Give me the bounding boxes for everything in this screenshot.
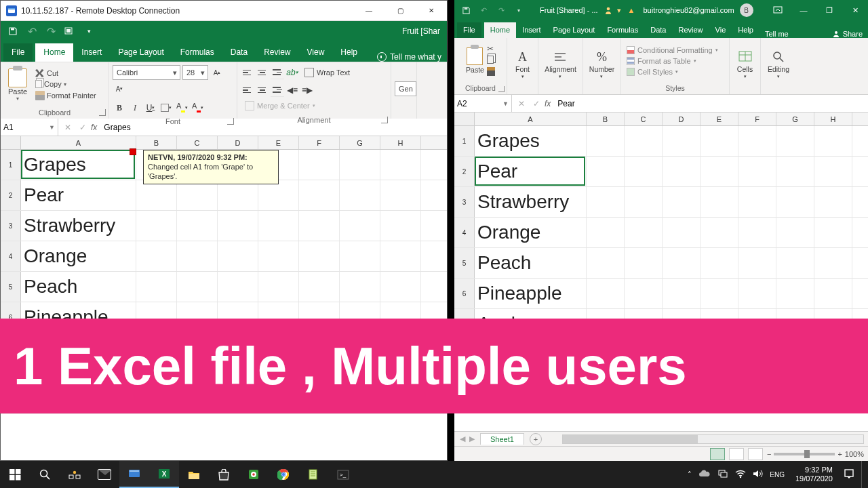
editing-button[interactable]: Editing▾: [768, 49, 789, 79]
cell[interactable]: [814, 218, 852, 247]
cell[interactable]: [663, 248, 701, 278]
cell[interactable]: [701, 218, 738, 247]
cell[interactable]: [299, 150, 340, 180]
cell[interactable]: [258, 241, 299, 271]
table-row[interactable]: 2Pear: [454, 157, 868, 187]
show-desktop[interactable]: [861, 461, 865, 488]
paste-button[interactable]: Paste: [466, 47, 484, 74]
tab-formulas[interactable]: Formulas: [172, 43, 222, 62]
undo-icon[interactable]: ↶: [475, 2, 492, 18]
paste-button[interactable]: Paste ▾: [4, 68, 31, 102]
cells-button[interactable]: Cells▾: [737, 49, 753, 79]
page-break-view-button[interactable]: [748, 448, 763, 460]
cell[interactable]: [177, 272, 218, 302]
cell[interactable]: [625, 279, 663, 308]
row-header[interactable]: 1: [1, 150, 21, 180]
cell[interactable]: [587, 126, 625, 156]
cell[interactable]: [218, 211, 258, 241]
cell[interactable]: [299, 211, 340, 241]
tell-me[interactable]: Tell me: [762, 30, 789, 38]
cell[interactable]: Strawberry: [21, 211, 136, 241]
cell[interactable]: [776, 218, 814, 247]
alignment-button[interactable]: Alignment▾: [545, 49, 576, 79]
name-box[interactable]: ▼: [1, 119, 58, 136]
indent-decrease-button[interactable]: ◀≡: [285, 83, 299, 97]
col-header-H[interactable]: H: [814, 113, 852, 125]
tab-view[interactable]: View: [299, 43, 333, 62]
taskbar-app-notepadpp[interactable]: [298, 461, 328, 488]
new-sheet-button[interactable]: +: [530, 433, 542, 445]
cell[interactable]: [776, 157, 814, 186]
tab-data[interactable]: Data: [222, 43, 256, 62]
cell[interactable]: [814, 187, 852, 217]
cell[interactable]: [299, 241, 340, 271]
cell[interactable]: [738, 218, 776, 247]
format-painter-button[interactable]: Format Painter: [33, 90, 98, 101]
taskbar-app-explorer[interactable]: [179, 461, 209, 488]
cell[interactable]: [380, 180, 421, 210]
table-row[interactable]: 3Strawberry: [454, 187, 868, 218]
name-box[interactable]: ▼: [454, 95, 512, 112]
cell[interactable]: [663, 187, 701, 217]
tab-view[interactable]: Vie: [709, 22, 732, 38]
tab-help[interactable]: Help: [732, 22, 760, 38]
taskbar-app-chrome[interactable]: [269, 461, 298, 488]
indent-increase-button[interactable]: ≡▶: [300, 83, 314, 97]
format-painter-icon[interactable]: [487, 67, 495, 77]
taskbar-app-camtasia[interactable]: [239, 461, 269, 488]
cell[interactable]: [587, 157, 625, 186]
cell[interactable]: [776, 187, 814, 217]
row-header[interactable]: 4: [454, 218, 475, 247]
cell[interactable]: [776, 248, 814, 278]
column-headers[interactable]: A B C D E F G H: [1, 136, 447, 150]
table-row[interactable]: 3Strawberry: [1, 211, 447, 241]
align-center-button[interactable]: [256, 83, 269, 97]
qat-dropdown-icon[interactable]: ▾: [510, 2, 528, 18]
clipboard-dialog-launcher[interactable]: [99, 109, 106, 116]
cell[interactable]: Strawberry: [475, 187, 587, 217]
number-format-combo[interactable]: Gen: [395, 81, 416, 96]
zoom-slider[interactable]: [774, 453, 835, 455]
font-button[interactable]: AFont▾: [515, 49, 530, 79]
cell[interactable]: [218, 241, 258, 271]
cell[interactable]: [701, 126, 738, 156]
conditional-formatting-button[interactable]: Conditional Formatting▾: [625, 45, 719, 55]
font-size-combo[interactable]: 28▾: [182, 65, 208, 80]
cell[interactable]: [663, 126, 701, 156]
cut-button[interactable]: Cut: [33, 68, 98, 78]
row-header[interactable]: 4: [1, 241, 21, 271]
cell[interactable]: Grapes: [21, 150, 136, 180]
cell[interactable]: [136, 180, 177, 210]
cell[interactable]: [776, 279, 814, 308]
col-header-D[interactable]: D: [218, 136, 258, 149]
cut-icon[interactable]: ✂: [487, 44, 495, 54]
rdp-close[interactable]: ✕: [416, 1, 447, 21]
notifications-icon[interactable]: [844, 468, 854, 481]
start-button[interactable]: [0, 461, 30, 488]
tell-me[interactable]: Tell me what y: [377, 52, 441, 62]
row-header[interactable]: 3: [1, 211, 21, 241]
cell[interactable]: [814, 248, 852, 278]
cell[interactable]: [340, 180, 380, 210]
align-right-button[interactable]: [271, 83, 284, 97]
format-as-table-button[interactable]: Format as Table▾: [625, 56, 698, 66]
cell[interactable]: [380, 211, 421, 241]
wrap-text-button[interactable]: Wrap Text: [300, 65, 354, 80]
tab-file[interactable]: File: [3, 43, 33, 62]
search-button[interactable]: [30, 461, 60, 488]
table-row[interactable]: 6Pineapple: [454, 279, 868, 309]
column-headers[interactable]: A B C D E F G H: [454, 113, 868, 126]
cell[interactable]: [814, 279, 852, 308]
bold-button[interactable]: B: [113, 101, 126, 115]
cell[interactable]: [814, 157, 852, 186]
titlebar-right[interactable]: ↶ ↷ ▾ Fruit [Shared] - ... ▾ ▲ buitrongh…: [454, 0, 868, 20]
cell[interactable]: Orange: [475, 218, 587, 247]
col-header-E[interactable]: E: [701, 113, 738, 125]
tab-insert[interactable]: Insert: [516, 22, 547, 38]
tab-page-layout[interactable]: Page Layout: [547, 22, 601, 38]
cell[interactable]: [380, 272, 421, 302]
taskbar-app-store[interactable]: [209, 461, 239, 488]
cell[interactable]: [701, 157, 738, 186]
cell[interactable]: [625, 187, 663, 217]
align-left-button[interactable]: [241, 83, 254, 97]
